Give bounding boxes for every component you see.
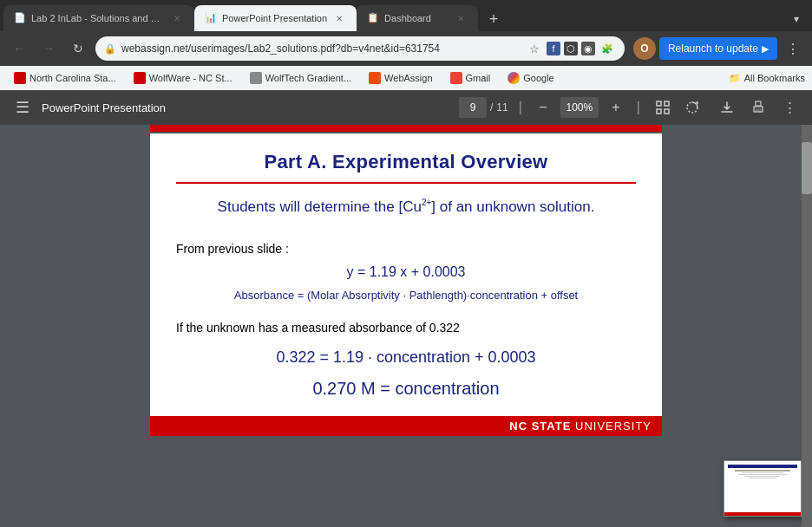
- svg-rect-1: [665, 101, 669, 106]
- svg-rect-6: [756, 109, 761, 112]
- bookmark-star-icon[interactable]: ☆: [526, 40, 543, 57]
- nc-state-label: NC STATE: [509, 420, 571, 433]
- address-text: webassign.net/userimages/Lab2_solutions.…: [121, 42, 521, 55]
- bookmark-webassign[interactable]: WebAssign: [362, 70, 439, 86]
- pdf-separator-2: |: [637, 100, 640, 115]
- reload-button[interactable]: ↻: [66, 36, 90, 61]
- extension-icon-4[interactable]: 🧩: [599, 40, 616, 57]
- right-toolbar: O Relaunch to update ▶ ⋮: [633, 36, 805, 61]
- relaunch-arrow-icon: ▶: [762, 43, 769, 55]
- forward-button[interactable]: →: [36, 36, 61, 61]
- pdf-menu-button[interactable]: ☰: [10, 95, 35, 120]
- bookmark-gmail[interactable]: Gmail: [443, 70, 498, 86]
- bookmark-icon-nc-state: [14, 72, 26, 84]
- security-lock-icon: 🔒: [104, 43, 116, 55]
- slide-content: Part A. Experimental Overview Students w…: [150, 133, 662, 416]
- bookmarks-bar: North Carolina Sta... WolfWare - NC St..…: [0, 66, 812, 90]
- pdf-zoom-display: 100%: [560, 97, 599, 118]
- profile-button[interactable]: O: [633, 37, 656, 60]
- pdf-zoom-out-button[interactable]: −: [533, 97, 553, 118]
- pdf-rotate-button[interactable]: [680, 95, 704, 120]
- svg-rect-2: [657, 109, 661, 114]
- content-area: Part A. Experimental Overview Students w…: [0, 125, 812, 527]
- bookmark-wolfware[interactable]: WolfWare - NC St...: [127, 70, 239, 86]
- pdf-page-input[interactable]: [459, 97, 487, 118]
- tab-close-dashboard[interactable]: ✕: [454, 11, 468, 25]
- chrome-menu-button[interactable]: ⋮: [781, 36, 805, 61]
- equation-1: y = 1.19 x + 0.0003: [176, 264, 636, 280]
- bookmark-wolftech[interactable]: WolfTech Gradient...: [243, 70, 358, 86]
- bookmark-google[interactable]: Google: [501, 70, 560, 86]
- pdf-page-separator: /: [490, 101, 493, 114]
- address-bar[interactable]: 🔒 webassign.net/userimages/Lab2_solution…: [95, 36, 625, 61]
- bookmark-icon-gmail: [450, 72, 462, 84]
- pdf-page-controls: / 11: [459, 97, 508, 118]
- slide: Part A. Experimental Overview Students w…: [150, 133, 662, 436]
- tab-icon-dashboard: 📋: [367, 12, 379, 24]
- scrollbar-thumb[interactable]: [802, 142, 812, 194]
- tab-close-lab2[interactable]: ✕: [170, 11, 184, 25]
- bookmark-label-wolfware: WolfWare - NC St...: [149, 73, 232, 83]
- all-bookmarks-button[interactable]: 📁 All Bookmarks: [729, 73, 805, 84]
- bookmarks-folder-icon: 📁: [729, 73, 741, 84]
- tab-bar: 📄 Lab 2 InLab - Solutions and S... ✕ 📊 P…: [0, 0, 812, 31]
- pdf-title: PowerPoint Presentation: [42, 101, 452, 114]
- bookmark-label-google: Google: [523, 73, 553, 83]
- bookmark-icon-google: [508, 72, 520, 84]
- equation-3: 0.322 = 1.19 · concentration + 0.0003: [176, 348, 636, 367]
- svg-rect-0: [657, 101, 661, 106]
- pdf-total-pages: 11: [496, 101, 508, 114]
- slide-thumbnail: [724, 460, 802, 517]
- equation-2: Absorbance = (Molar Absorptivity · Pathl…: [176, 289, 636, 302]
- bookmark-label-nc-state: North Carolina Sta...: [29, 73, 116, 83]
- browser-frame: 📄 Lab 2 InLab - Solutions and S... ✕ 📊 P…: [0, 0, 812, 527]
- main-question: Students will determine the [Cu2+] of an…: [176, 198, 636, 216]
- bookmark-icon-webassign: [369, 72, 381, 84]
- extension-icon-1[interactable]: f: [547, 42, 560, 55]
- result: 0.270 M = concentration: [176, 379, 636, 399]
- back-button[interactable]: ←: [7, 36, 31, 61]
- bookmark-icon-wolfware: [134, 72, 146, 84]
- svg-rect-3: [665, 109, 669, 114]
- bookmark-label-webassign: WebAssign: [384, 73, 432, 83]
- tab-dashboard[interactable]: 📋 Dashboard ✕: [357, 5, 478, 31]
- tab-title-dashboard: Dashboard: [384, 13, 449, 23]
- extension-icon-3[interactable]: ◉: [581, 42, 595, 55]
- all-bookmarks-label: All Bookmarks: [744, 73, 805, 83]
- new-tab-button[interactable]: +: [481, 7, 506, 31]
- pdf-right-icons: [651, 95, 704, 120]
- bookmark-label-wolftech: WolfTech Gradient...: [265, 73, 351, 83]
- tab-icon-powerpoint: 📊: [205, 12, 217, 24]
- address-bar-row: ← → ↻ 🔒 webassign.net/userimages/Lab2_so…: [0, 31, 812, 66]
- nc-state-text: NC STATE UNIVERSITY: [509, 420, 652, 433]
- tab-title-powerpoint: PowerPoint Presentation: [222, 13, 327, 23]
- scrollbar-track[interactable]: [802, 125, 812, 527]
- slide-header: Part A. Experimental Overview: [176, 151, 636, 184]
- relaunch-button[interactable]: Relaunch to update ▶: [659, 37, 777, 60]
- bookmark-label-gmail: Gmail: [466, 73, 491, 83]
- relaunch-label: Relaunch to update: [668, 42, 758, 55]
- tab-icon-lab2: 📄: [14, 12, 26, 24]
- pdf-fit-page-button[interactable]: [651, 95, 675, 120]
- pdf-more-button[interactable]: ⋮: [777, 95, 802, 120]
- pdf-zoom-in-button[interactable]: +: [606, 97, 626, 118]
- tab-title-lab2: Lab 2 InLab - Solutions and S...: [31, 13, 165, 23]
- pdf-download-button[interactable]: [715, 95, 739, 120]
- top-red-bar: [150, 125, 662, 132]
- tab-bar-expand-button[interactable]: ▾: [784, 7, 809, 31]
- from-previous-label: From previous slide :: [176, 242, 636, 256]
- pdf-toolbar: ☰ PowerPoint Presentation / 11 | − 100% …: [0, 90, 812, 125]
- if-statement: If the unknown has a measured absorbance…: [176, 321, 636, 335]
- bookmark-icon-wolftech: [250, 72, 262, 84]
- pdf-print-button[interactable]: [746, 95, 770, 120]
- nc-state-footer: NC STATE UNIVERSITY: [150, 416, 662, 436]
- tab-powerpoint[interactable]: 📊 PowerPoint Presentation ✕: [194, 5, 357, 31]
- extension-icon-2[interactable]: ⬡: [564, 42, 578, 55]
- tab-lab2[interactable]: 📄 Lab 2 InLab - Solutions and S... ✕: [3, 5, 194, 31]
- slide-title: Part A. Experimental Overview: [176, 151, 636, 173]
- address-icons: ☆ f ⬡ ◉ 🧩: [526, 40, 616, 57]
- tab-close-powerpoint[interactable]: ✕: [332, 11, 346, 25]
- svg-rect-5: [756, 101, 761, 106]
- university-label: UNIVERSITY: [571, 420, 652, 433]
- bookmark-nc-state[interactable]: North Carolina Sta...: [7, 70, 123, 86]
